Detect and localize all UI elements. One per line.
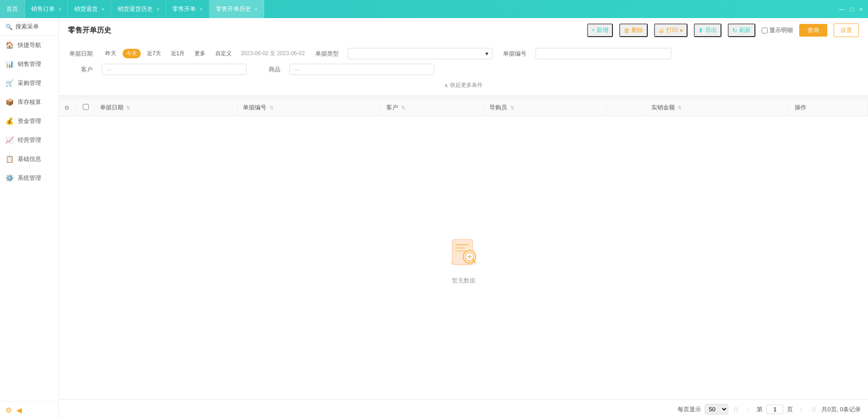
empty-state: 暂无数据 (59, 116, 868, 399)
prev-page-btn[interactable]: ＜ (744, 405, 753, 414)
th-no[interactable]: 单据编号 ⇅ (237, 99, 381, 116)
per-page-select[interactable]: 50 10 20 100 (705, 404, 728, 414)
today-btn[interactable]: 今天 (123, 49, 141, 58)
basic-info-icon: 📋 (5, 155, 14, 163)
tab-retail-open[interactable]: 零售开单 × (166, 0, 209, 18)
collapse-chevron-icon: ∧ (444, 82, 448, 89)
window-min-btn[interactable]: — (839, 6, 845, 13)
th-customer[interactable]: 客户 ⇅ (381, 99, 484, 116)
sidebar-item-inventory[interactable]: 📦 库存核算 (0, 93, 58, 112)
th-date-label: 单据日期 (100, 104, 123, 111)
sidebar-item-inventory-label: 库存核算 (18, 98, 41, 106)
window-max-btn[interactable]: □ (850, 6, 854, 13)
date-from: 2023-06-02 (241, 50, 268, 56)
product-input[interactable]: ··· (289, 64, 434, 75)
table-area: ⚙ 单据日期 ⇅ 单据编号 ⇅ (59, 99, 868, 399)
sidebar-item-system[interactable]: ⚙️ 系统管理 (0, 169, 58, 188)
th-date[interactable]: 单据日期 ⇅ (94, 99, 237, 116)
custom-btn[interactable]: 自定义 (212, 49, 235, 58)
data-table: ⚙ 单据日期 ⇅ 单据编号 ⇅ (59, 99, 868, 116)
sidebar-search[interactable]: 🔍 搜索采单 (0, 18, 58, 36)
doc-type-select[interactable]: ▾ (348, 48, 493, 59)
table-header-row: ⚙ 单据日期 ⇅ 单据编号 ⇅ (59, 99, 868, 116)
print-chevron-icon: ▾ (680, 27, 683, 34)
doc-no-input[interactable] (536, 48, 671, 59)
month1-btn[interactable]: 近1月 (167, 49, 189, 58)
tab-sales-return-history-close[interactable]: × (157, 6, 159, 12)
date-range-text: 2023-06-02 至 2023-06-02 (241, 50, 304, 57)
settings-btn[interactable]: ⚙ (5, 406, 12, 414)
first-page-btn[interactable]: ⟨⟨ (732, 405, 740, 414)
tab-sales-order[interactable]: 销售订单 × (25, 0, 68, 18)
th-customer-label: 客户 (386, 104, 398, 111)
tab-retail-open-close[interactable]: × (199, 6, 202, 12)
purchase-icon: 🛒 (5, 79, 14, 87)
customer-label: 客户 (68, 66, 93, 74)
tab-sales-return-label: 销货退货 (74, 5, 98, 13)
doc-type-chevron-icon: ▾ (485, 50, 489, 57)
tab-retail-open-history[interactable]: 零售开单历史 × (209, 0, 264, 18)
top-nav-bar: 首页 销售订单 × 销货退货 × 销货退货历史 × 零售开单 × 零售开单历史 … (0, 0, 868, 18)
svg-rect-2 (455, 244, 469, 245)
tab-home[interactable]: 首页 (0, 0, 25, 18)
sidebar-search-label: 搜索采单 (15, 23, 39, 31)
tab-sales-return-close[interactable]: × (101, 6, 104, 12)
th-gear: ⚙ (59, 99, 77, 116)
add-button[interactable]: + 新增 (587, 24, 613, 37)
yesterday-btn[interactable]: 昨天 (102, 49, 120, 58)
collapse-btn[interactable]: ◀ (16, 406, 22, 414)
sidebar-item-sales-mgmt[interactable]: 📊 销售管理 (0, 55, 58, 74)
export-button[interactable]: ⬆ 导出 (694, 24, 721, 37)
product-label: 商品 (256, 66, 280, 74)
th-no-label: 单据编号 (243, 104, 266, 111)
refresh-button[interactable]: ↻ 刷新 (728, 24, 755, 37)
setting-button[interactable]: 设置 (834, 24, 859, 37)
query-button[interactable]: 查询 (799, 24, 827, 37)
th-spacer (607, 99, 646, 116)
th-date-sort-icon: ⇅ (126, 105, 130, 110)
customer-input[interactable]: ··· (102, 64, 247, 75)
delete-button[interactable]: 🗑 删除 (619, 24, 648, 37)
th-action-label: 操作 (795, 104, 806, 111)
sidebar-item-system-label: 系统管理 (18, 174, 41, 182)
gear-icon[interactable]: ⚙ (64, 104, 70, 111)
display-detail-toggle[interactable]: 显示明细 (762, 26, 793, 34)
collapse-label: 收起更多条件 (450, 81, 483, 89)
delete-icon: 🗑 (624, 27, 630, 34)
tab-sales-order-close[interactable]: × (58, 6, 61, 12)
next-page-btn[interactable]: ＞ (797, 405, 806, 414)
customer-placeholder: ··· (107, 66, 112, 73)
sidebar-item-finance[interactable]: 💰 资金管理 (0, 112, 58, 131)
date-to: 2023-06-02 (277, 50, 304, 56)
current-page-input[interactable] (766, 405, 783, 414)
sidebar-item-quick-nav-label: 快捷导航 (18, 41, 41, 49)
tab-retail-open-history-close[interactable]: × (255, 6, 257, 12)
sidebar-item-quick-nav[interactable]: 🏠 快捷导航 (0, 36, 58, 55)
tab-sales-return-history[interactable]: 销货退货历史 × (111, 0, 166, 18)
week7-btn[interactable]: 近7天 (143, 49, 165, 58)
filter-row-2: 客户 ··· 商品 ··· (68, 64, 859, 75)
product-placeholder: ··· (294, 66, 299, 73)
th-salesperson[interactable]: 导购员 ⇅ (484, 99, 607, 116)
more-btn[interactable]: 更多 (191, 49, 209, 58)
th-salesperson-sort-icon: ⇅ (510, 105, 514, 110)
tab-sales-return[interactable]: 销货退货 × (68, 0, 111, 18)
date-filter-label: 单据日期 (68, 50, 93, 58)
export-label: 导出 (705, 26, 717, 34)
last-page-btn[interactable]: ⟩⟩ (810, 405, 818, 414)
sidebar-item-operation[interactable]: 📈 经营管理 (0, 131, 58, 150)
sidebar-item-basic-info[interactable]: 📋 基础信息 (0, 150, 58, 169)
select-all-checkbox[interactable] (83, 104, 89, 110)
window-close-btn[interactable]: × (859, 6, 863, 13)
sidebar-item-operation-label: 经营管理 (18, 136, 41, 144)
content-area: 零售开单历史 + 新增 🗑 删除 🖨 打印 ▾ ⬆ 导出 (59, 18, 868, 419)
print-button[interactable]: 🖨 打印 ▾ (654, 24, 688, 37)
sidebar-item-finance-label: 资金管理 (18, 117, 41, 125)
display-detail-checkbox[interactable] (762, 28, 768, 33)
per-page-label: 每页显示 (678, 405, 701, 414)
th-amount[interactable]: 实销金额 ⇅ (645, 99, 789, 116)
inventory-icon: 📦 (5, 98, 14, 106)
collapse-bar[interactable]: ∧ 收起更多条件 (68, 80, 859, 93)
page-title: 零售开单历史 (68, 26, 111, 35)
sidebar-item-purchase-mgmt[interactable]: 🛒 采购管理 (0, 74, 58, 93)
